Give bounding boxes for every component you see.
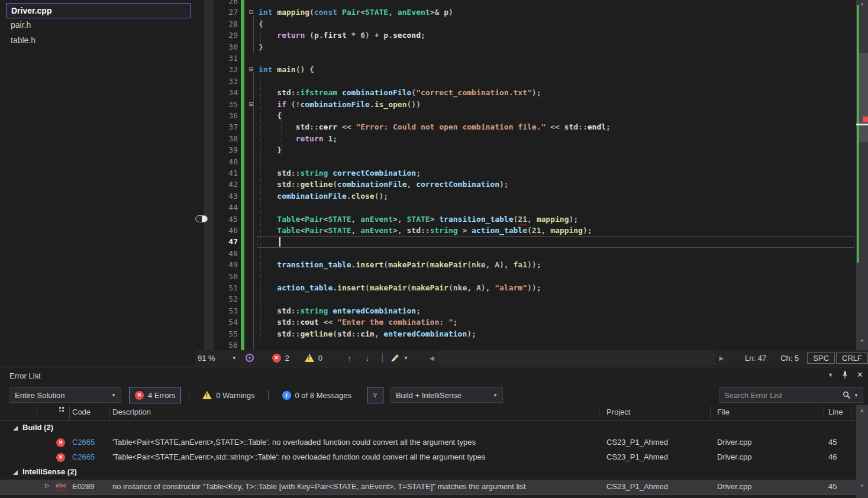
column-divider[interactable] [109, 406, 110, 419]
token: )); [527, 283, 541, 292]
code-line-37[interactable]: 37 std::cerr << "Error: Could not open c… [195, 121, 856, 132]
code-line-44[interactable]: 44 [195, 202, 856, 213]
line-number: 29 [214, 30, 238, 41]
token: << [337, 122, 356, 131]
column-divider[interactable] [710, 406, 711, 419]
prev-issue-arrow-icon[interactable]: ↑ [347, 354, 351, 363]
hscroll-left-arrow-icon[interactable]: ◀ [430, 355, 434, 361]
code-line-54[interactable]: 54 std::cout << "Enter the combination: … [195, 316, 856, 328]
error-list-scrollbar[interactable]: ▲ ▼ [856, 405, 868, 498]
code-line-35[interactable]: 35⊟ if (!combinationFile.is_open()) [195, 99, 856, 110]
group-expanded-triangle-icon[interactable] [13, 426, 18, 431]
suppression-column-icon[interactable] [59, 407, 64, 412]
code-line-30[interactable]: 30} [195, 41, 856, 53]
code-text: std::string correctCombination; [259, 167, 421, 179]
error-count-indicator[interactable]: ✕ 2 [272, 354, 289, 363]
code-line-28[interactable]: 28{ [195, 18, 856, 30]
editor-vertical-scrollbar[interactable]: ▲ ▼ [856, 0, 868, 350]
code-line-43[interactable]: 43 combinationFile.close(); [195, 190, 856, 202]
code-line-47[interactable]: 47 [195, 236, 856, 247]
search-error-list-input[interactable]: Search Error List ▼ [719, 387, 863, 403]
error-row[interactable]: ▷abcE0289no instance of constructor "Tab… [0, 480, 856, 494]
code-line-38[interactable]: 38 return 1; [195, 133, 856, 144]
code-line-56[interactable]: 56 [195, 339, 856, 350]
token: anEvent [360, 226, 393, 235]
code-line-52[interactable]: 52 [195, 293, 856, 305]
code-cleanup-broom-icon[interactable]: ▼ [390, 354, 408, 363]
error-row[interactable]: ✕C2665'Table<Pair<STATE,anEvent>,STATE>:… [0, 435, 856, 450]
current-line-highlight [257, 236, 854, 248]
code-line-48[interactable]: 48 [195, 248, 856, 259]
code-line-32[interactable]: 32⊟int main() { [195, 64, 856, 75]
warnings-filter-button[interactable]: 0 Warnings [197, 387, 260, 403]
token: std [259, 329, 291, 338]
scroll-down-arrow-icon[interactable]: ▼ [856, 482, 868, 490]
open-file-item-Driver-cpp[interactable]: Driver.cpp [6, 3, 191, 18]
scroll-down-arrow-icon[interactable]: ▼ [856, 337, 868, 345]
hscroll-right-arrow-icon[interactable]: ▶ [719, 355, 724, 361]
code-line-51[interactable]: 51 action_table.insert(makePair(makePair… [195, 282, 856, 293]
code-line-41[interactable]: 41 std::string correctCombination; [195, 167, 856, 179]
code-line-46[interactable]: 46 Table<Pair<STATE, anEvent>, std::stri… [195, 225, 856, 236]
code-line-42[interactable]: 42 std::getline(combinationFile, correct… [195, 179, 856, 190]
warning-count: 0 [318, 354, 322, 363]
column-divider[interactable] [69, 406, 70, 419]
column-divider[interactable] [599, 406, 599, 419]
token: { [259, 111, 282, 120]
error-group-row[interactable]: IntelliSense (2) [0, 465, 856, 480]
token: std [337, 329, 351, 338]
column-divider[interactable] [851, 406, 851, 419]
document-health-icon[interactable] [245, 353, 254, 363]
column-header-description[interactable]: Description [112, 408, 151, 416]
column-header-file[interactable]: File [717, 408, 730, 416]
line-number: 43 [214, 190, 238, 202]
code-line-55[interactable]: 55 std::getline(std::cin, enteredCombina… [195, 328, 856, 339]
code-line-53[interactable]: 53 std::string enteredCombination; [195, 305, 856, 316]
group-expanded-triangle-icon[interactable] [13, 470, 18, 475]
open-file-item-table-h[interactable]: table.h [11, 35, 36, 45]
code-line-45[interactable]: 45 Table<Pair<STATE, anEvent>, STATE> tr… [195, 214, 856, 225]
error-project: CS23_P1_Ahmed [606, 482, 668, 491]
error-row[interactable]: ✕C2665'Table<Pair<STATE,anEvent>,std::st… [0, 450, 856, 465]
next-issue-arrow-icon[interactable]: ↓ [366, 354, 370, 363]
code-line-27[interactable]: 27⊟int mapping(const Pair<STATE, anEvent… [195, 7, 856, 18]
expand-chevron-icon[interactable]: ▷ [45, 482, 50, 489]
column-header-project[interactable]: Project [606, 408, 630, 416]
column-header-code[interactable]: Code [72, 408, 91, 416]
source-filter-dropdown[interactable]: Build + IntelliSense ▼ [391, 387, 503, 403]
code-editor[interactable]: 2627⊟int mapping(const Pair<STATE, anEve… [195, 0, 856, 350]
warning-count-indicator[interactable]: 0 [305, 354, 322, 363]
column-divider[interactable] [37, 406, 37, 419]
window-position-chevron-icon[interactable]: ▼ [828, 372, 833, 378]
filter-button[interactable] [367, 387, 383, 403]
scrollbar-thumb[interactable] [859, 53, 868, 142]
open-file-item-pair-h[interactable]: pair.h [11, 20, 31, 30]
code-line-26[interactable]: 26 [195, 0, 856, 7]
column-divider[interactable] [824, 406, 824, 419]
code-line-29[interactable]: 29 return (p.first * 6) + p.second; [195, 30, 856, 41]
column-header-line[interactable]: Line [828, 408, 843, 416]
horizontal-scrollbar-track[interactable] [438, 350, 716, 366]
code-line-36[interactable]: 36 { [195, 110, 856, 121]
error-group-row[interactable]: Build (2) [0, 421, 856, 435]
error-code[interactable]: C2665 [72, 438, 95, 447]
code-line-31[interactable]: 31 [195, 53, 856, 64]
code-line-39[interactable]: 39 } [195, 144, 856, 156]
zoom-control[interactable]: 91 % ▼ [198, 354, 237, 363]
line-number: 33 [214, 76, 238, 87]
close-icon[interactable]: ✕ [857, 370, 863, 379]
error-code[interactable]: C2665 [72, 452, 95, 461]
scroll-up-arrow-icon[interactable]: ▲ [856, 406, 868, 415]
code-line-34[interactable]: 34 std::ifstream combinationFile("correc… [195, 87, 856, 98]
messages-filter-button[interactable]: i 0 of 8 Messages [277, 387, 357, 403]
errors-filter-button[interactable]: ✕ 4 Errors [129, 387, 181, 403]
scope-dropdown[interactable]: Entire Solution ▼ [9, 387, 121, 403]
pin-icon[interactable] [841, 371, 848, 379]
line-ending-toggle[interactable]: CRLF [836, 353, 868, 364]
space-mode-toggle[interactable]: SPC [807, 353, 835, 364]
code-line-33[interactable]: 33 [195, 76, 856, 87]
code-line-49[interactable]: 49 transition_table.insert(makePair(make… [195, 259, 856, 270]
token: makePair [388, 260, 425, 269]
code-line-40[interactable]: 40 [195, 156, 856, 167]
code-line-50[interactable]: 50 [195, 271, 856, 282]
